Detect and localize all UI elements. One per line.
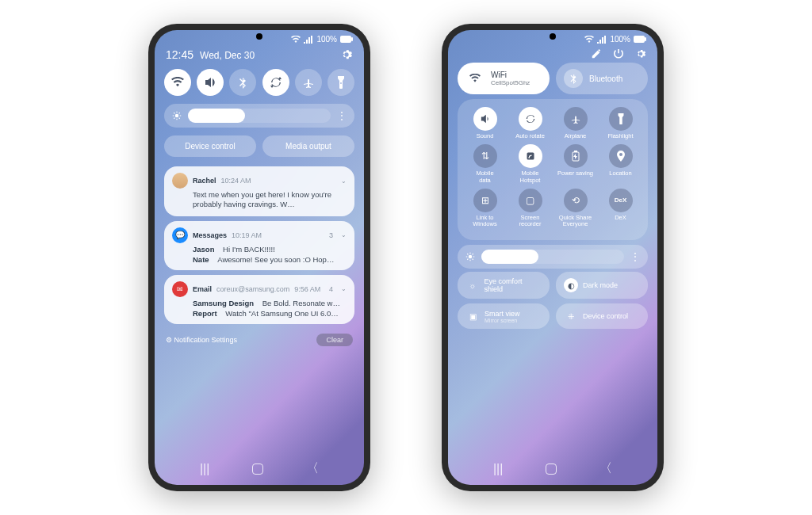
more-icon[interactable]: ⋮ xyxy=(630,251,640,262)
brightness-icon xyxy=(465,252,475,261)
tiles-grid: Sound Auto rotate Airplane Flashlight ⇅M… xyxy=(458,99,648,240)
chevron-down-icon[interactable]: ⌄ xyxy=(341,231,347,238)
notification-email[interactable]: ✉ Email coreux@samsung.com 9:56 AM 4 ⌄ S… xyxy=(164,275,354,324)
edit-icon[interactable] xyxy=(591,48,602,59)
back-button[interactable]: 〈 xyxy=(599,460,612,477)
camera-cutout xyxy=(550,33,556,40)
tile-airplane[interactable]: Airplane xyxy=(554,107,597,139)
tile-link-windows[interactable]: ⊞Link to Windows xyxy=(464,189,507,228)
header: 12:45 Wed, Dec 30 xyxy=(155,45,364,64)
grid-icon: ⁜ xyxy=(564,309,578,323)
app-name: Email xyxy=(193,285,212,293)
tile-power-saving[interactable]: Power saving xyxy=(554,144,597,184)
tile-hotspot[interactable]: Mobile Hotspot xyxy=(509,144,552,184)
dark-mode-chip[interactable]: ◐Dark mode xyxy=(556,272,648,299)
battery-text: 100% xyxy=(610,35,630,44)
device-control-chip[interactable]: ⁜Device control xyxy=(556,303,648,329)
wifi-icon xyxy=(291,36,301,44)
svg-rect-8 xyxy=(574,151,577,152)
tile-location[interactable]: Location xyxy=(599,144,642,184)
brightness-icon xyxy=(172,111,182,120)
recents-button[interactable]: ||| xyxy=(493,462,503,476)
brightness-slider[interactable]: ⋮ xyxy=(164,104,354,128)
notif-body: Text me when you get here! I know you're… xyxy=(193,190,347,210)
eye-comfort-chip[interactable]: ☼Eye comfort shield xyxy=(458,272,550,299)
notification-rachel[interactable]: Rachel 10:24 AM ⌄ Text me when you get h… xyxy=(164,166,354,216)
brightness-fill xyxy=(481,250,538,264)
line-sender: Jason xyxy=(193,245,214,254)
notif-count: 4 xyxy=(329,285,333,293)
notif-time: 9:56 AM xyxy=(294,285,320,293)
notif-time: 10:19 AM xyxy=(232,231,262,239)
more-icon[interactable]: ⋮ xyxy=(337,110,347,121)
brightness-track[interactable] xyxy=(188,109,331,123)
chevron-down-icon[interactable]: ⌄ xyxy=(341,177,347,185)
sender: Rachel xyxy=(193,177,216,185)
time: 12:45 xyxy=(166,48,193,61)
signal-icon xyxy=(304,36,313,44)
brightness-fill xyxy=(188,109,245,123)
line-sender: Nate xyxy=(193,255,209,264)
tile-rotate[interactable]: Auto rotate xyxy=(509,107,552,139)
line-text: Be Bold. Resonate w… xyxy=(262,299,340,307)
flashlight-toggle[interactable] xyxy=(327,69,354,96)
quick-toggles-row xyxy=(155,64,364,101)
sound-toggle[interactable] xyxy=(197,69,224,96)
back-button[interactable]: 〈 xyxy=(306,460,319,477)
wifi-toggle[interactable] xyxy=(164,69,191,96)
gear-icon[interactable] xyxy=(340,48,353,61)
app-icon: 💬 xyxy=(172,227,188,243)
power-icon[interactable] xyxy=(613,48,624,59)
brightness-track[interactable] xyxy=(481,250,624,264)
line-sender: Samsung Design xyxy=(193,299,254,307)
brightness-slider-right[interactable]: ⋮ xyxy=(458,245,648,269)
media-output-chip[interactable]: Media output xyxy=(262,135,354,157)
device-control-chip[interactable]: Device control xyxy=(164,135,256,157)
wifi-icon xyxy=(584,36,594,44)
notification-messages[interactable]: 💬 Messages 10:19 AM 3 ⌄ Jason Hi I'm BAC… xyxy=(164,221,354,270)
battery-icon xyxy=(340,36,353,43)
phone-left: 100% 12:45 Wed, Dec 30 ⋮ Device control … xyxy=(148,24,370,491)
svg-point-2 xyxy=(175,114,179,118)
tile-dex[interactable]: DeXDeX xyxy=(599,189,642,228)
line-text: Watch "At Samsung One UI 6.0… xyxy=(225,309,338,318)
chips-row: Device control Media output xyxy=(155,131,364,162)
extra-row: ▣Smart viewMirror screen ⁜Device control xyxy=(448,303,657,329)
date: Wed, Dec 30 xyxy=(200,50,255,61)
wifi-tile[interactable]: WiFiCellSpot5Ghz xyxy=(458,63,550,94)
nav-bar: ||| 〈 xyxy=(448,456,657,482)
app-sub: coreux@samsung.com xyxy=(216,285,289,293)
rotate-toggle[interactable] xyxy=(262,69,289,96)
notification-settings-link[interactable]: ⚙ Notification Settings xyxy=(166,336,237,344)
tile-quick-share[interactable]: ⟲Quick Share Everyone xyxy=(554,189,597,228)
home-button[interactable] xyxy=(252,464,263,475)
cast-icon: ▣ xyxy=(465,309,480,323)
smart-view-chip[interactable]: ▣Smart viewMirror screen xyxy=(458,303,550,329)
recents-button[interactable]: ||| xyxy=(200,462,209,476)
line-sender: Report xyxy=(193,309,217,318)
chevron-down-icon[interactable]: ⌄ xyxy=(341,285,347,292)
tile-title: Bluetooth xyxy=(589,74,622,83)
svg-point-9 xyxy=(469,255,473,259)
notif-count: 3 xyxy=(329,231,333,239)
home-button[interactable] xyxy=(546,464,557,475)
tile-screen-recorder[interactable]: ▢Screen recorder xyxy=(509,189,552,228)
tile-title: WiFi xyxy=(491,71,530,79)
big-tiles-row: WiFiCellSpot5Ghz Bluetooth xyxy=(448,63,657,94)
svg-rect-3 xyxy=(634,36,645,43)
svg-point-6 xyxy=(528,157,530,158)
tile-flashlight[interactable]: Flashlight xyxy=(599,107,642,139)
gear-icon[interactable] xyxy=(635,48,646,59)
airplane-toggle[interactable] xyxy=(295,69,322,96)
avatar xyxy=(172,173,188,189)
battery-icon xyxy=(634,36,646,43)
header xyxy=(448,45,657,63)
line-text: Awesome! See you soon :O Hop… xyxy=(217,255,334,264)
bluetooth-toggle[interactable] xyxy=(229,69,256,96)
tile-sound[interactable]: Sound xyxy=(464,107,507,139)
bluetooth-tile[interactable]: Bluetooth xyxy=(556,63,648,94)
tile-mobile-data[interactable]: ⇅Mobile data xyxy=(464,144,507,184)
signal-icon xyxy=(597,36,607,44)
clear-button[interactable]: Clear xyxy=(316,334,353,346)
notification-footer: ⚙ Notification Settings Clear xyxy=(155,329,364,351)
